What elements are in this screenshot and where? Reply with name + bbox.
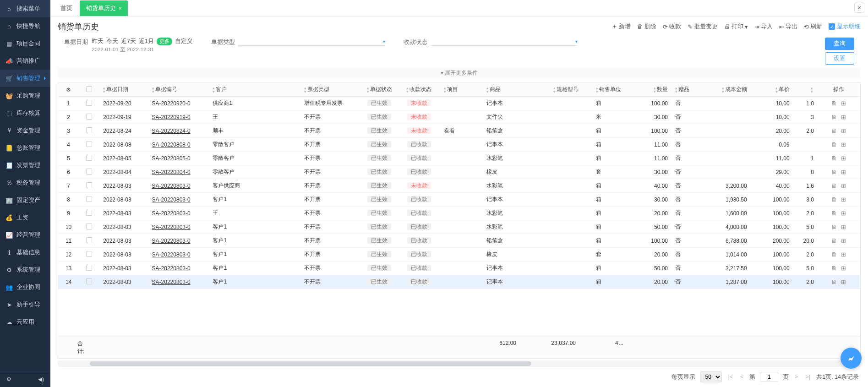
col-header[interactable]: ▴▾商品 xyxy=(483,83,550,97)
sidebar-item-16[interactable]: 👥企业协同 xyxy=(0,278,50,296)
first-page-button[interactable]: |< xyxy=(726,374,734,380)
doc-link[interactable]: SA-20220803-0 xyxy=(152,238,191,244)
col-header[interactable]: ▴▾客户 xyxy=(209,83,300,97)
date-custom-link[interactable]: 自定义 xyxy=(175,38,193,45)
row-checkbox[interactable] xyxy=(86,127,92,133)
export-button[interactable]: ⇤ 导出 xyxy=(779,23,797,31)
row-checkbox[interactable] xyxy=(86,251,92,257)
view-icon[interactable]: 🗎 xyxy=(831,265,837,272)
view-icon[interactable]: 🗎 xyxy=(831,100,837,107)
last-page-button[interactable]: >| xyxy=(804,374,812,380)
close-icon[interactable]: × xyxy=(119,5,121,11)
sidebar-item-17[interactable]: ➤新手引导 xyxy=(0,296,50,313)
doc-link[interactable]: SA-20220824-0 xyxy=(152,128,191,134)
view-icon[interactable]: 🗎 xyxy=(831,169,837,175)
table-row[interactable]: 42022-08-08SA-20220808-0零散客户不开票已生效已收款记事本… xyxy=(58,138,860,152)
table-row[interactable]: 82022-08-03SA-20220803-0客户1不开票已生效已收款记事本箱… xyxy=(58,193,860,207)
row-checkbox[interactable] xyxy=(86,155,92,161)
tab-1[interactable]: 销货单历史× xyxy=(80,0,128,16)
batch-button[interactable]: ✎ 批量变更 xyxy=(688,23,718,31)
table-row[interactable]: 22022-09-19SA-20220919-0王不开票已生效未收款文件夹米30… xyxy=(58,110,860,124)
per-page-select[interactable]: 50 xyxy=(700,371,722,382)
doc-link[interactable]: SA-20220804-0 xyxy=(152,169,191,175)
expand-filters-button[interactable]: ▾ 展开更多条件 xyxy=(58,67,861,79)
doc-link[interactable]: SA-20220803-0 xyxy=(152,265,191,272)
filter-settings-button[interactable]: 设置 xyxy=(825,52,854,65)
row-checkbox[interactable] xyxy=(86,210,92,216)
more-icon[interactable]: ⊞ xyxy=(841,182,846,189)
col-header[interactable]: ▴▾ xyxy=(793,83,818,97)
table-row[interactable]: 132022-08-03SA-20220803-0客户1不开票已生效已收款记事本… xyxy=(58,262,860,275)
more-icon[interactable]: ⊞ xyxy=(841,141,846,148)
sidebar-item-10[interactable]: ％税务管理 xyxy=(0,174,50,191)
more-icon[interactable]: ⊞ xyxy=(841,196,846,203)
view-icon[interactable]: 🗎 xyxy=(831,278,837,285)
row-checkbox[interactable] xyxy=(86,237,92,243)
table-row[interactable]: 102022-08-03SA-20220803-0客户1不开票已生效已收款水彩笔… xyxy=(58,220,860,234)
col-header[interactable]: ▴▾单据编号 xyxy=(148,83,209,97)
sidebar-item-11[interactable]: 🏢固定资产 xyxy=(0,191,50,209)
col-header[interactable] xyxy=(79,83,99,97)
query-button[interactable]: 查询 xyxy=(825,38,854,50)
table-row[interactable]: 12022-09-20SA-20220920-0供应商1增值税专用发票已生效未收… xyxy=(58,97,860,110)
doc-link[interactable]: SA-20220803-0 xyxy=(152,210,191,217)
more-icon[interactable]: ⊞ xyxy=(841,265,846,272)
view-icon[interactable]: 🗎 xyxy=(831,237,837,244)
sidebar-item-12[interactable]: 💰工资 xyxy=(0,209,50,226)
sidebar-item-4[interactable]: 🛒销售管理 xyxy=(0,70,50,87)
help-fab[interactable] xyxy=(841,348,862,369)
more-icon[interactable]: ⊞ xyxy=(841,127,846,134)
date-quick-link[interactable]: 昨天 xyxy=(92,38,104,45)
sidebar-item-13[interactable]: 📈经营管理 xyxy=(0,226,50,244)
more-icon[interactable]: ⊞ xyxy=(841,237,846,244)
row-checkbox[interactable] xyxy=(86,141,92,147)
page-input[interactable] xyxy=(760,372,778,382)
sidebar-item-0[interactable]: ⌕搜索菜单 xyxy=(0,0,50,17)
collapse-icon[interactable]: ◀) xyxy=(38,376,44,382)
view-icon[interactable]: 🗎 xyxy=(831,141,837,148)
next-page-button[interactable]: > xyxy=(793,374,799,380)
doc-link[interactable]: SA-20220803-0 xyxy=(152,183,191,189)
doc-link[interactable]: SA-20220803-0 xyxy=(152,224,191,230)
refresh-button[interactable]: ⟲ 刷新 xyxy=(804,23,822,31)
table-row[interactable]: 112022-08-03SA-20220803-0客户1不开票已生效已收款铅笔盒… xyxy=(58,234,860,248)
col-header[interactable]: ▴▾项目 xyxy=(440,83,483,97)
view-icon[interactable]: 🗎 xyxy=(831,155,837,162)
doc-link[interactable]: SA-20220808-0 xyxy=(152,142,191,148)
more-icon[interactable]: ⊞ xyxy=(841,114,846,120)
col-header[interactable]: ▴▾单据日期 xyxy=(99,83,148,97)
sidebar-item-1[interactable]: ⌂快捷导航 xyxy=(0,17,50,35)
sidebar-item-6[interactable]: ⬚库存核算 xyxy=(0,104,50,122)
view-icon[interactable]: 🗎 xyxy=(831,114,837,120)
row-checkbox[interactable] xyxy=(86,265,92,271)
prev-page-button[interactable]: < xyxy=(739,374,745,380)
print-button[interactable]: 🖨 打印 ▾ xyxy=(724,23,748,31)
collect-button[interactable]: ⟳ 收款 xyxy=(663,23,681,31)
table-row[interactable]: 62022-08-04SA-20220804-0零散客户不开票已生效已收款橡皮套… xyxy=(58,165,860,179)
doc-link[interactable]: SA-20220803-0 xyxy=(152,279,191,285)
more-icon[interactable]: ⊞ xyxy=(841,100,846,107)
table-row[interactable]: 52022-08-05SA-20220805-0零散客户不开票已生效已收款水彩笔… xyxy=(58,152,860,165)
sidebar-item-7[interactable]: ￥资金管理 xyxy=(0,122,50,139)
view-icon[interactable]: 🗎 xyxy=(831,196,837,203)
table-row[interactable]: 92022-08-03SA-20220803-0王不开票已生效已收款水彩笔箱20… xyxy=(58,207,860,220)
doc-link[interactable]: SA-20220919-0 xyxy=(152,114,191,120)
view-icon[interactable]: 🗎 xyxy=(831,182,837,189)
row-checkbox[interactable] xyxy=(86,182,92,188)
col-header[interactable]: ▴▾数量 xyxy=(635,83,671,97)
col-header[interactable]: ▴▾单价 xyxy=(751,83,793,97)
more-icon[interactable]: ⊞ xyxy=(841,210,846,217)
import-button[interactable]: ⇥ 导入 xyxy=(754,23,773,31)
view-icon[interactable]: 🗎 xyxy=(831,251,837,258)
row-checkbox[interactable] xyxy=(86,223,92,229)
doc-link[interactable]: SA-20220920-0 xyxy=(152,100,191,107)
more-icon[interactable]: ⊞ xyxy=(841,223,846,230)
delete-button[interactable]: 🗑 删除 xyxy=(637,23,656,31)
more-icon[interactable]: ⊞ xyxy=(841,155,846,162)
more-icon[interactable]: ⊞ xyxy=(841,169,846,175)
table-row[interactable]: 122022-08-03SA-20220803-0客户1不开票已生效已收款橡皮套… xyxy=(58,248,860,262)
sidebar-item-3[interactable]: 📣营销推广 xyxy=(0,52,50,70)
date-quick-link[interactable]: 近1月 xyxy=(139,38,154,45)
view-icon[interactable]: 🗎 xyxy=(831,127,837,134)
col-header[interactable]: ▴▾票据类型 xyxy=(300,83,361,97)
